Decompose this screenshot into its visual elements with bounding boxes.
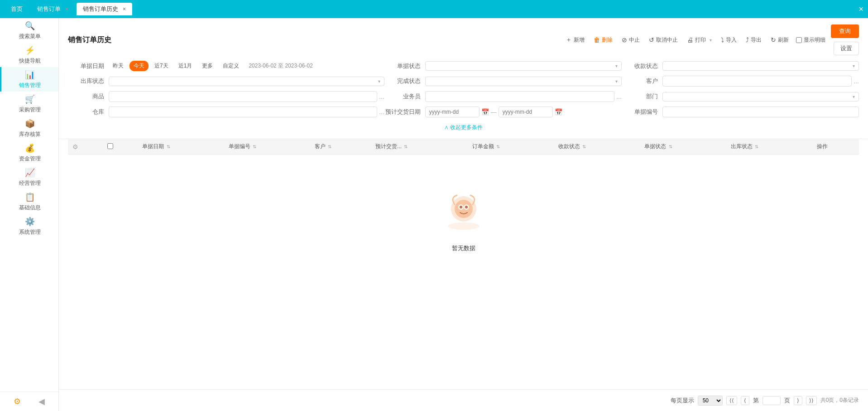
col-customer[interactable]: 客户 ⇅	[310, 139, 371, 155]
col-number[interactable]: 单据编号 ⇅	[224, 139, 310, 155]
chip-more[interactable]: 更多	[198, 61, 217, 71]
warehouse-ellipsis[interactable]: ...	[379, 108, 384, 116]
table-area: ⚙ 单据日期 ⇅ 单据编号 ⇅	[59, 139, 868, 389]
sidebar-item-sales-label: 销售管理	[19, 82, 41, 89]
sidebar-item-purchase[interactable]: 🛒 采购管理	[0, 92, 58, 116]
doc-status-arrow: ▾	[615, 63, 618, 68]
first-page-btn[interactable]: ⟨⟨	[726, 396, 737, 405]
table-settings-icon[interactable]: ⚙	[72, 143, 78, 150]
complete-status-select[interactable]: ▾	[425, 77, 622, 86]
doc-status-select[interactable]: ▾	[425, 61, 622, 71]
goods-input[interactable]	[109, 91, 377, 102]
print-button[interactable]: 🖨 打印 ▾	[685, 35, 714, 45]
sidebar-settings-icon[interactable]: ⚙	[14, 396, 21, 406]
sidebar-item-finance-label: 资金管理	[19, 155, 41, 163]
filter-col-out-status: 出库状态 ▾	[68, 77, 384, 86]
tab-sales-order[interactable]: 销售订单 ×	[31, 3, 75, 15]
filter-col-customer: 客户 ...	[622, 76, 859, 87]
salesman-input[interactable]	[425, 91, 614, 102]
col-amount[interactable]: 订单金额 ⇅	[468, 139, 554, 155]
cal-icon-end[interactable]: 📅	[555, 108, 562, 116]
empty-text: 暂无数据	[452, 244, 475, 252]
sidebar: 🔍 搜索菜单 ⚡ 快捷导航 📊 销售管理 🛒 采购管理 📦 库存核算 💰 资金管…	[0, 18, 59, 411]
stop-label: 中止	[629, 36, 640, 44]
doc-number-input[interactable]	[662, 106, 859, 117]
stop-button[interactable]: ⊘ 中止	[620, 35, 642, 45]
doc-status-label: 单据状态	[384, 62, 425, 70]
expected-date-start[interactable]	[425, 106, 480, 117]
collapse-icon: ∧	[444, 124, 449, 131]
department-select[interactable]: ▾	[662, 92, 859, 102]
settings-button[interactable]: 设置	[834, 42, 859, 55]
chip-last1m[interactable]: 近1月	[174, 61, 197, 71]
cal-icon-start[interactable]: 📅	[481, 108, 489, 116]
warehouse-input[interactable]	[109, 106, 377, 117]
expected-date-end[interactable]	[499, 106, 553, 117]
chip-last7[interactable]: 近7天	[150, 61, 173, 71]
query-button[interactable]: 查询	[831, 24, 859, 38]
goods-ellipsis[interactable]: ...	[379, 93, 384, 100]
salesman-ellipsis[interactable]: ...	[616, 93, 622, 100]
col-customer-label: 客户	[315, 143, 326, 150]
sidebar-collapse-icon[interactable]: ◀	[38, 396, 45, 406]
out-status-label: 出库状态	[68, 77, 109, 85]
cancel-stop-button[interactable]: ↺ 取消中止	[647, 35, 680, 45]
prev-page-btn[interactable]: ⟨	[741, 396, 749, 405]
filter-col-receipt-status: 收款状态 ▾	[622, 61, 859, 71]
svg-point-6	[465, 206, 468, 208]
sidebar-item-basics[interactable]: 📋 基础信息	[0, 189, 58, 214]
export-button[interactable]: ⤴ 导出	[744, 35, 763, 45]
chip-custom[interactable]: 自定义	[219, 61, 243, 71]
salesman-label: 业务员	[384, 92, 425, 101]
col-out-status-sort: ⇅	[755, 144, 758, 149]
display-detail-checkbox[interactable]: 显示明细	[796, 36, 825, 44]
tab-sales-order-close[interactable]: ×	[65, 6, 68, 12]
window-close-icon[interactable]: ×	[858, 5, 863, 14]
col-receipt-status[interactable]: 收款状态 ⇅	[554, 139, 640, 155]
customer-input[interactable]	[662, 76, 852, 87]
top-bar-right: ×	[858, 5, 863, 14]
display-detail-input[interactable]	[796, 37, 802, 43]
col-expected-date-sort: ⇅	[404, 144, 408, 149]
last-page-btn[interactable]: ⟩⟩	[806, 396, 817, 405]
tab-home[interactable]: 首页	[5, 3, 29, 15]
filter-col-goods: 商品 ...	[68, 91, 384, 102]
date-control: 昨天 今天 近7天 近1月 更多 自定义 2023-06-02 至 2023-0…	[109, 61, 384, 71]
receipt-status-select[interactable]: ▾	[662, 61, 859, 71]
chip-today[interactable]: 今天	[129, 61, 149, 71]
sidebar-item-system[interactable]: ⚙️ 系统管理	[0, 214, 58, 238]
col-out-status[interactable]: 出库状态 ⇅	[726, 139, 812, 155]
out-status-select[interactable]: ▾	[109, 77, 384, 86]
tab-sales-order-history-close[interactable]: ×	[123, 6, 126, 12]
sidebar-item-inventory[interactable]: 📦 库存核算	[0, 116, 58, 140]
col-date[interactable]: 单据日期 ⇅	[138, 139, 224, 155]
chip-yesterday[interactable]: 昨天	[109, 61, 128, 71]
page-input[interactable]: 1	[762, 396, 781, 405]
collapse-bar[interactable]: ∧ 收起更多条件	[68, 122, 859, 133]
sidebar-item-finance[interactable]: 💰 资金管理	[0, 140, 58, 165]
per-page-select[interactable]: 50 100 200	[698, 396, 723, 406]
col-date-sort: ⇅	[167, 144, 170, 149]
new-button[interactable]: ＋ 新增	[564, 35, 586, 45]
col-receipt-status-label: 收款状态	[558, 143, 580, 150]
expected-date-group: 📅 — 📅	[425, 106, 622, 117]
col-doc-status-sort: ⇅	[669, 144, 672, 149]
sidebar-item-operations[interactable]: 📈 经营管理	[0, 165, 58, 189]
col-expected-date[interactable]: 预计交货... ⇅	[371, 139, 468, 155]
sidebar-item-inventory-label: 库存核算	[19, 131, 41, 138]
sidebar-item-search[interactable]: 🔍 搜索菜单	[0, 18, 58, 43]
import-button[interactable]: ⤵ 导入	[719, 35, 739, 45]
select-all-checkbox[interactable]	[107, 143, 113, 149]
department-arrow: ▾	[853, 94, 855, 99]
filter-row-4: 仓库 ... 预计交货日期 📅 — 📅	[68, 106, 859, 117]
col-doc-status[interactable]: 单据状态 ⇅	[640, 139, 726, 155]
filter-row-3: 商品 ... 业务员 ... 部门	[68, 91, 859, 102]
next-page-btn[interactable]: ⟩	[794, 396, 802, 405]
sidebar-item-sales[interactable]: 📊 销售管理	[0, 67, 58, 92]
sidebar-item-quick-nav[interactable]: ⚡ 快捷导航	[0, 43, 58, 67]
refresh-button[interactable]: ↻ 刷新	[769, 35, 791, 45]
delete-button[interactable]: 🗑 删除	[592, 35, 614, 45]
date-range: 2023-06-02 至 2023-06-02	[249, 62, 312, 70]
tab-sales-order-history[interactable]: 销售订单历史 ×	[77, 3, 132, 15]
customer-ellipsis[interactable]: ...	[854, 77, 859, 85]
